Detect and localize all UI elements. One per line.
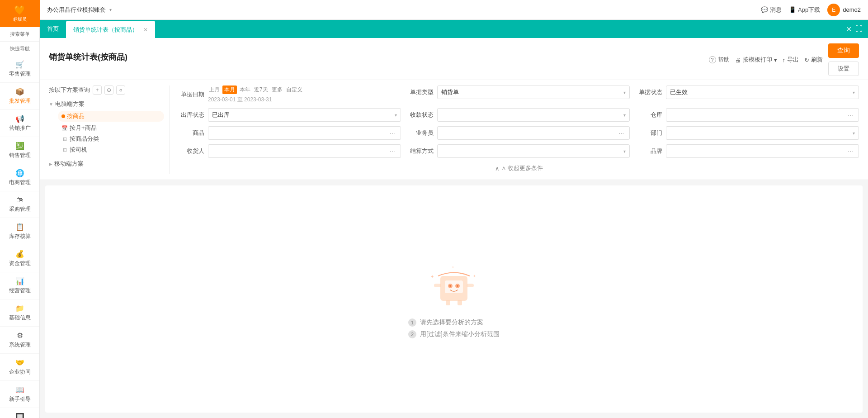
refresh-button[interactable]: ↻ 刷新	[804, 56, 823, 64]
user-menu[interactable]: E demo2	[827, 4, 861, 16]
sidebar-item-purchase[interactable]: 🛍 采购管理	[0, 191, 39, 218]
scheme-item-by-category[interactable]: ⊞ 按商品分类	[58, 133, 164, 144]
scheme-item-by-goods[interactable]: 按商品	[58, 111, 164, 122]
filter-collapse-button[interactable]: ∧ ∧ 收起更多条件	[179, 162, 859, 174]
setting-button[interactable]: 设置	[828, 62, 859, 76]
warehouse-dots-icon[interactable]: ···	[846, 111, 855, 119]
sidebar-item-sales[interactable]: 💹 销售管理	[0, 137, 39, 164]
sidebar-item-inventory[interactable]: 📋 库存核算	[0, 218, 39, 245]
sidebar-item-system[interactable]: ⚙ 系统管理	[0, 327, 39, 354]
sidebar-item-ecom[interactable]: 🌐 电商管理	[0, 164, 39, 191]
brand-select[interactable]: ···	[666, 144, 859, 158]
sidebar-nav-section[interactable]: 快捷导航	[0, 42, 39, 56]
svg-text:✦: ✦	[473, 274, 476, 278]
filter-docstatus-field: 单据状态 已生效 ▾	[637, 86, 859, 99]
date-tab-7days[interactable]: 近7天	[253, 86, 269, 94]
date-group: 上月 本月 本年 近7天 更多 自定义 2023-03-01 至 2023-03…	[208, 86, 401, 104]
doctype-select[interactable]: 销货单 ▾	[437, 86, 630, 99]
refresh-icon: ↻	[804, 57, 809, 63]
tab-expand-icon[interactable]: ⛶	[855, 25, 863, 33]
svg-point-4	[449, 285, 451, 287]
collectstatus-arrow-icon: ▾	[623, 113, 626, 118]
sidebar-item-marketing[interactable]: 📢 营销推广	[0, 110, 39, 137]
logo-icon: 🧡	[14, 5, 25, 15]
empty-tips: 1 请先选择要分析的方案 2 用[过滤]条件来缩小分析范围	[408, 318, 500, 338]
collectstatus-select[interactable]: ▾	[437, 108, 630, 122]
tab-stat[interactable]: 销货单统计表（按商品） ✕	[66, 21, 155, 39]
wholesale-icon: 📦	[15, 87, 24, 96]
sidebar-item-basic[interactable]: 📁 基础信息	[0, 299, 39, 327]
scheme-item-by-printer[interactable]: ⊞ 按司机	[58, 144, 164, 155]
settle-select[interactable]: ▾	[437, 144, 630, 158]
date-range-text: 2023-03-01 至 2023-03-31	[208, 96, 401, 104]
salesman-dots-icon[interactable]: ···	[617, 129, 626, 137]
scheme-item-by-month-goods[interactable]: 📅 按月+商品	[58, 123, 164, 133]
sidebar-item-sales-label: 销售管理	[9, 152, 31, 159]
date-tab-this-year[interactable]: 本年	[239, 86, 251, 94]
purchase-icon: 🛍	[16, 196, 24, 204]
scheme-tree-mobile: ▶ 移动端方案	[49, 158, 164, 170]
workspace-dropdown-icon[interactable]: ▾	[109, 7, 112, 12]
outstatus-arrow-icon: ▾	[395, 113, 397, 118]
outstatus-select[interactable]: 已出库 ▾	[208, 108, 401, 122]
query-button[interactable]: 查询	[828, 43, 859, 58]
filter-row-3: 商品 ··· 业务员 ···	[179, 126, 859, 140]
sidebar-item-guide[interactable]: 📖 新手引导	[0, 381, 39, 408]
month-goods-icon: 📅	[61, 125, 68, 131]
filter-salesman-field: 业务员 ···	[408, 126, 630, 140]
goods-dots-icon[interactable]: ···	[388, 129, 397, 137]
filter-row-4: 收货人 ··· 结算方式 ▾	[179, 144, 859, 158]
svg-rect-8	[434, 284, 441, 287]
tip1-text: 请先选择要分析的方案	[420, 318, 483, 327]
recipient-label: 收货人	[179, 147, 208, 155]
scheme-edit-button[interactable]: ⊙	[104, 86, 113, 95]
message-button[interactable]: 💬 消息	[761, 6, 782, 14]
sidebar-item-guide-label: 新手引导	[9, 395, 31, 403]
tab-home[interactable]: 首页	[40, 20, 66, 38]
warehouse-label: 仓库	[637, 111, 666, 119]
goods-select[interactable]: ···	[208, 126, 401, 140]
retail-icon: 🛒	[15, 60, 24, 69]
sidebar-item-enterprise[interactable]: 🤝 企业协同	[0, 354, 39, 381]
tip2-text: 用[过滤]条件来缩小分析范围	[420, 330, 500, 338]
scheme-collapse-button[interactable]: «	[116, 86, 125, 95]
brand-dots-icon[interactable]: ···	[846, 147, 855, 155]
scheme-by-printer-label: 按司机	[70, 146, 87, 154]
date-tab-custom[interactable]: 自定义	[285, 86, 303, 94]
page-header: 销货单统计表(按商品) ? 帮助 🖨 按模板打印 ▾ ↑ 导出 ↻ 刷新	[40, 38, 868, 80]
sidebar-item-appcenter[interactable]: 🔲 应用中心	[0, 408, 39, 418]
print-button[interactable]: 🖨 按模板打印 ▾	[735, 56, 777, 64]
empty-illustration: ✦ ✦ ✦	[427, 260, 481, 311]
sidebar-search-section[interactable]: 搜索菜单	[0, 27, 39, 42]
sidebar-item-wholesale[interactable]: 📦 批发管理	[0, 83, 39, 110]
help-button[interactable]: ? 帮助	[709, 56, 730, 64]
date-tab-last-month[interactable]: 上月	[208, 86, 221, 94]
tip2-num: 2	[408, 330, 416, 338]
system-icon: ⚙	[17, 331, 23, 340]
salesman-select[interactable]: ···	[437, 126, 630, 140]
content-area: 销货单统计表(按商品) ? 帮助 🖨 按模板打印 ▾ ↑ 导出 ↻ 刷新	[40, 38, 868, 418]
recipient-dots-icon[interactable]: ···	[388, 147, 397, 155]
date-label: 单据日期	[179, 90, 208, 99]
scheme-by-month-goods-label: 按月+商品	[70, 124, 97, 132]
date-tab-this-month[interactable]: 本月	[222, 86, 237, 94]
tab-close-all-icon[interactable]: ✕	[846, 25, 852, 33]
filter-outstatus-field: 出库状态 已出库 ▾	[179, 108, 401, 122]
sidebar-item-retail[interactable]: 🛒 零售管理	[0, 56, 39, 83]
docstatus-select[interactable]: 已生效 ▾	[666, 86, 859, 99]
appcenter-icon: 🔲	[15, 413, 24, 418]
warehouse-select[interactable]: ···	[666, 108, 859, 122]
pc-scheme-expand-icon[interactable]: ▼	[49, 102, 53, 107]
sidebar-item-finance[interactable]: 💰 资金管理	[0, 245, 39, 272]
scheme-add-button[interactable]: +	[93, 86, 102, 95]
brand-label: 品牌	[637, 147, 666, 155]
app-download-button[interactable]: 📱 App下载	[789, 6, 820, 14]
date-tab-more[interactable]: 更多	[271, 86, 283, 94]
tab-stat-close-icon[interactable]: ✕	[143, 27, 148, 33]
settle-arrow-icon: ▾	[623, 149, 626, 154]
sidebar-item-operation[interactable]: 📊 经营管理	[0, 272, 39, 299]
export-button[interactable]: ↑ 导出	[783, 56, 799, 64]
recipient-select[interactable]: ···	[208, 144, 401, 158]
dept-select[interactable]: ▾	[666, 126, 859, 140]
mobile-scheme-expand-icon[interactable]: ▶	[49, 162, 52, 166]
